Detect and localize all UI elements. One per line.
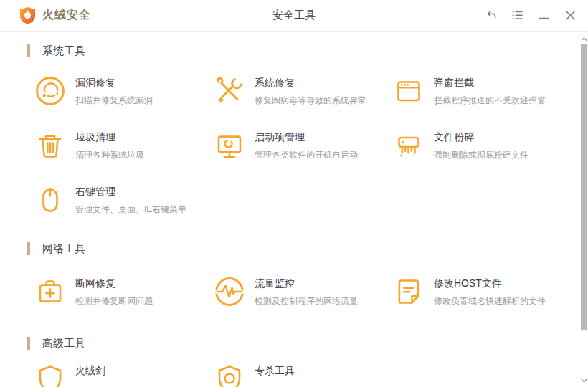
tool-vulnerability-fix[interactable]: 漏洞修复 扫描并修复系统漏洞 <box>34 75 214 107</box>
section-system-tools: 系统工具 漏洞修复 扫描并修复系统漏洞 <box>0 44 588 216</box>
first-aid-kit-icon <box>34 276 66 307</box>
monitor-power-icon <box>214 130 245 161</box>
tool-title: 断网修复 <box>75 277 153 290</box>
section-header: 高级工具 <box>27 336 588 350</box>
tool-title: 垃圾清理 <box>75 131 144 143</box>
tool-system-repair[interactable]: 系统修复 修复因病毒等导致的系统异常 <box>214 75 393 107</box>
section-header: 系统工具 <box>27 44 588 58</box>
popup-window-icon <box>393 75 425 107</box>
brand: 火绒安全 <box>19 6 91 24</box>
tool-desc: 管理各类软件的开机自启动 <box>255 150 358 160</box>
mouse-icon <box>34 184 66 216</box>
chevron-up-icon[interactable] <box>579 34 588 44</box>
brand-name: 火绒安全 <box>42 8 91 23</box>
tool-title: 文件粉碎 <box>434 131 528 143</box>
tool-title: 专杀工具 <box>255 365 295 377</box>
shield-icon <box>34 363 66 387</box>
minimize-button[interactable] <box>538 9 550 22</box>
section-accent-bar <box>27 44 30 57</box>
tool-title: 火绒剑 <box>75 365 105 377</box>
tool-title: 修改HOST文件 <box>434 277 546 290</box>
scrollbar-thumb[interactable] <box>581 44 587 330</box>
section-label: 系统工具 <box>42 44 85 58</box>
document-edit-icon <box>393 276 425 307</box>
tool-grid: 断网修复 检测并修复断网问题 流量监控 检测及控制程序的网络 <box>34 276 588 307</box>
trash-can-icon <box>34 130 66 161</box>
section-label: 高级工具 <box>42 337 85 350</box>
tool-network-repair[interactable]: 断网修复 检测并修复断网问题 <box>34 276 214 307</box>
tool-grid: 火绒剑 专杀工具 <box>34 363 588 387</box>
title-bar: 火绒安全 安全工具 <box>0 0 588 32</box>
app-window: 火绒安全 安全工具 <box>0 0 588 387</box>
tool-desc: 修改负责域名快速解析的文件 <box>434 296 546 306</box>
shield-flame-icon <box>19 6 36 24</box>
tool-desc: 检测及控制程序的网络流量 <box>255 296 358 306</box>
tool-title: 右键管理 <box>75 186 186 198</box>
tool-title: 漏洞修复 <box>75 77 153 89</box>
section-label: 网络工具 <box>42 242 85 256</box>
tools-page: 系统工具 漏洞修复 扫描并修复系统漏洞 <box>0 44 588 387</box>
tool-traffic-monitor[interactable]: 流量监控 检测及控制程序的网络流量 <box>214 276 393 307</box>
pulse-gauge-icon <box>214 276 245 307</box>
task-list-button[interactable] <box>511 9 523 22</box>
chevron-down-icon[interactable] <box>579 376 588 386</box>
tool-desc: 检测并修复断网问题 <box>75 296 153 306</box>
tool-junk-clean[interactable]: 垃圾清理 清理各种系统垃圾 <box>34 130 214 161</box>
tool-desc: 拦截程序推送的不受欢迎弹窗 <box>434 95 546 105</box>
tool-desc: 清理各种系统垃圾 <box>75 150 144 160</box>
section-header: 网络工具 <box>27 242 588 256</box>
tool-desc: 修复因病毒等导致的系统异常 <box>255 95 366 105</box>
section-advanced-tools: 高级工具 火绒剑 <box>0 336 588 387</box>
tool-title: 系统修复 <box>255 77 366 89</box>
section-accent-bar <box>27 337 30 350</box>
tool-desc: 管理文件、桌面、IE右键菜单 <box>75 204 186 214</box>
back-button[interactable] <box>485 9 497 22</box>
vulnerability-scan-icon <box>34 75 66 107</box>
shield-icon <box>214 363 245 387</box>
tool-popup-blocker[interactable]: 弹窗拦截 拦截程序推送的不受欢迎弹窗 <box>393 75 572 107</box>
section-network-tools: 网络工具 断网修复 检测并修复断网问题 <box>0 242 588 307</box>
tool-context-menu-manager[interactable]: 右键管理 管理文件、桌面、IE右键菜单 <box>34 184 214 216</box>
window-controls <box>485 9 588 22</box>
tool-special-killers[interactable]: 专杀工具 <box>214 363 393 387</box>
vertical-scrollbar[interactable] <box>579 32 588 387</box>
tool-desc: 扫描并修复系统漏洞 <box>75 95 153 105</box>
tool-title: 弹窗拦截 <box>434 77 546 89</box>
tool-grid: 漏洞修复 扫描并修复系统漏洞 系统修复 <box>34 75 588 216</box>
tool-edit-host-file[interactable]: 修改HOST文件 修改负责域名快速解析的文件 <box>393 276 572 307</box>
tool-title: 启动项管理 <box>255 131 358 143</box>
tool-desc: 强制删除或彻底粉碎文件 <box>434 150 528 160</box>
tool-huorong-sword[interactable]: 火绒剑 <box>34 363 214 387</box>
tool-startup-manager[interactable]: 启动项管理 管理各类软件的开机自启动 <box>214 130 393 161</box>
close-button[interactable] <box>564 9 577 22</box>
crossed-tools-icon <box>214 75 245 107</box>
tool-file-shredder[interactable]: 文件粉碎 强制删除或彻底粉碎文件 <box>393 130 572 161</box>
tool-title: 流量监控 <box>255 277 358 290</box>
shredder-icon <box>393 130 425 161</box>
section-accent-bar <box>27 242 30 255</box>
